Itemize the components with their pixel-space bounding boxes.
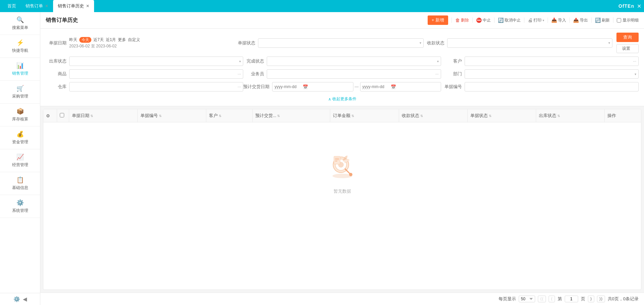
delete-icon: 🗑 (455, 17, 460, 23)
new-button[interactable]: + 新增 (428, 15, 448, 25)
print-button[interactable]: 🖨 打印 ▾ (528, 17, 544, 23)
last-page-btn[interactable]: ⟩⟩ (597, 296, 605, 302)
finance-icon: 💰 (16, 130, 24, 138)
divider-8 (613, 17, 613, 23)
th-amount[interactable]: 订单金额 ⇅ (330, 109, 399, 122)
sidebar-item-inventory[interactable]: 📦 库存核算 (0, 104, 40, 126)
basic-info-icon: 📋 (16, 176, 24, 184)
delivery-date-end[interactable]: 📅 (360, 82, 441, 91)
sidebar-settings-btn[interactable]: ⚙️ (13, 296, 20, 302)
th-customer[interactable]: 客户 ⇅ (206, 109, 252, 122)
window-close-btn[interactable]: ✕ (637, 3, 641, 9)
filter-order-status-field: 单据状态 (234, 38, 423, 48)
customer-input[interactable] (465, 56, 639, 66)
order-status-select[interactable] (258, 38, 423, 48)
date-separator: — (355, 84, 359, 89)
payment-status-label: 收款状态 (424, 40, 447, 46)
display-toggle-checkbox[interactable] (617, 18, 621, 23)
first-page-btn[interactable]: ⟨⟨ (538, 296, 546, 302)
th-date[interactable]: 单据日期 ⇅ (69, 109, 137, 122)
import-button[interactable]: 📥 导入 (551, 17, 566, 23)
sidebar-item-quick-nav[interactable]: ⚡ 快捷导航 (0, 35, 40, 58)
product-label: 商品 (46, 71, 69, 77)
filter-complete-status-field: 完成状态 (243, 56, 441, 66)
sidebar-item-purchase-mgmt[interactable]: 🛒 采购管理 (0, 81, 40, 104)
sidebar-item-basic-info-label: 基础信息 (12, 185, 28, 191)
customer-label: 客户 (441, 58, 465, 64)
warehouse-input[interactable] (69, 82, 243, 91)
date-opt-yesterday[interactable]: 昨天 (69, 37, 77, 43)
table-header-row: ⚙ 单据日期 ⇅ 单据编号 (43, 109, 641, 122)
tab-sales-order[interactable]: 销售订单 ✕ (21, 0, 53, 12)
th-out-status[interactable]: 出库状态 ⇅ (536, 109, 604, 122)
page-input[interactable] (565, 296, 578, 302)
cancel-stop-button[interactable]: 🔄 取消中止 (498, 17, 521, 23)
select-all-checkbox[interactable] (60, 113, 64, 117)
export-icon: 📤 (573, 17, 579, 23)
sort-order-status-icon: ⇅ (489, 114, 491, 118)
sidebar-item-operations[interactable]: 📈 经营管理 (0, 149, 40, 172)
tab-sales-order-history-close[interactable]: ✕ (86, 4, 89, 8)
tab-home[interactable]: 首页 (3, 0, 21, 12)
filter-product-field: 商品 (46, 69, 243, 79)
product-input[interactable] (69, 69, 243, 79)
refresh-button[interactable]: 🔃 刷新 (595, 17, 610, 23)
table-settings-icon[interactable]: ⚙ (46, 113, 50, 118)
stop-button[interactable]: ⛔ 中止 (476, 17, 491, 23)
delivery-date-start[interactable]: 📅 (272, 82, 353, 91)
cancel-stop-label: 取消中止 (505, 17, 521, 23)
date-opt-more[interactable]: 更多 (118, 37, 126, 43)
delivery-date-end-input[interactable] (362, 84, 389, 89)
tab-sales-order-close[interactable]: ✕ (45, 4, 48, 8)
sidebar-item-finance[interactable]: 💰 资金管理 (0, 126, 40, 149)
date-opt-today[interactable]: 今天 (79, 37, 91, 43)
date-opt-1month[interactable]: 近1月 (106, 37, 116, 43)
sidebar-collapse-btn[interactable]: ◀ (23, 296, 27, 302)
th-checkbox[interactable] (57, 109, 69, 122)
inventory-icon: 📦 (16, 108, 24, 115)
calendar-start-icon[interactable]: 📅 (303, 84, 308, 89)
order-no-input[interactable] (465, 82, 639, 91)
delivery-date-start-input[interactable] (274, 84, 301, 89)
salesperson-input[interactable] (267, 69, 441, 79)
prev-page-btn[interactable]: ⟨ (549, 296, 555, 302)
out-status-select[interactable] (69, 56, 243, 66)
pagination-bar: 每页显示 50 10 20 100 ⟨⟨ ⟨ 第 页 ⟩ ⟩⟩ 共0页，0条记录 (40, 293, 644, 305)
page-size-select[interactable]: 50 10 20 100 (519, 296, 535, 302)
th-settings[interactable]: ⚙ (43, 109, 57, 122)
next-page-btn[interactable]: ⟩ (588, 296, 594, 302)
sidebar-item-sales-mgmt[interactable]: 📊 销售管理 (0, 58, 40, 81)
settings-button[interactable]: 设置 (616, 44, 639, 53)
th-delivery-date[interactable]: 预计交货... ⇅ (252, 109, 330, 122)
th-payment-status[interactable]: 收款状态 ⇅ (399, 109, 467, 122)
tab-sales-order-history[interactable]: 销售订单历史 ✕ (53, 0, 94, 12)
export-button[interactable]: 📤 导出 (573, 17, 588, 23)
collapse-button[interactable]: ∧ 收起更多条件 (328, 96, 356, 102)
sidebar-item-quick-nav-label: 快捷导航 (12, 48, 28, 53)
sidebar-item-sys-mgmt[interactable]: ⚙️ 系统管理 (0, 195, 40, 218)
th-delivery-date-label: 预计交货... (255, 113, 276, 119)
divider-6 (569, 17, 570, 23)
filter-customer-field: 客户 (441, 56, 639, 66)
sort-delivery-date-icon: ⇅ (277, 114, 280, 118)
order-no-text-input[interactable] (468, 84, 636, 89)
th-order-no[interactable]: 单据编号 ⇅ (137, 109, 206, 122)
th-order-status[interactable]: 单据状态 ⇅ (467, 109, 536, 122)
department-select[interactable] (465, 69, 639, 79)
calendar-end-icon[interactable]: 📅 (391, 84, 396, 89)
delete-button[interactable]: 🗑 删除 (455, 17, 469, 23)
date-opt-7days[interactable]: 近7天 (93, 37, 104, 43)
filter-row-2: 出库状态 完成状态 客户 (46, 56, 639, 66)
sidebar-item-search-menu[interactable]: 🔍 搜索菜单 (0, 12, 40, 35)
display-toggle[interactable]: 显示明细 (617, 17, 639, 23)
date-range-text: 2023-06-02 至 2023-06-02 (69, 43, 140, 49)
sidebar-item-basic-info[interactable]: 📋 基础信息 (0, 172, 40, 195)
date-opt-custom[interactable]: 自定义 (128, 37, 140, 43)
display-toggle-label: 显示明细 (622, 17, 639, 23)
payment-status-select[interactable] (447, 38, 612, 48)
search-button[interactable]: 查询 (616, 33, 639, 42)
filter-row-3: 商品 业务员 部门 (46, 69, 639, 79)
print-arrow: ▾ (543, 18, 544, 22)
complete-status-select[interactable] (267, 56, 441, 66)
sidebar-item-search-menu-label: 搜索菜单 (12, 25, 28, 31)
